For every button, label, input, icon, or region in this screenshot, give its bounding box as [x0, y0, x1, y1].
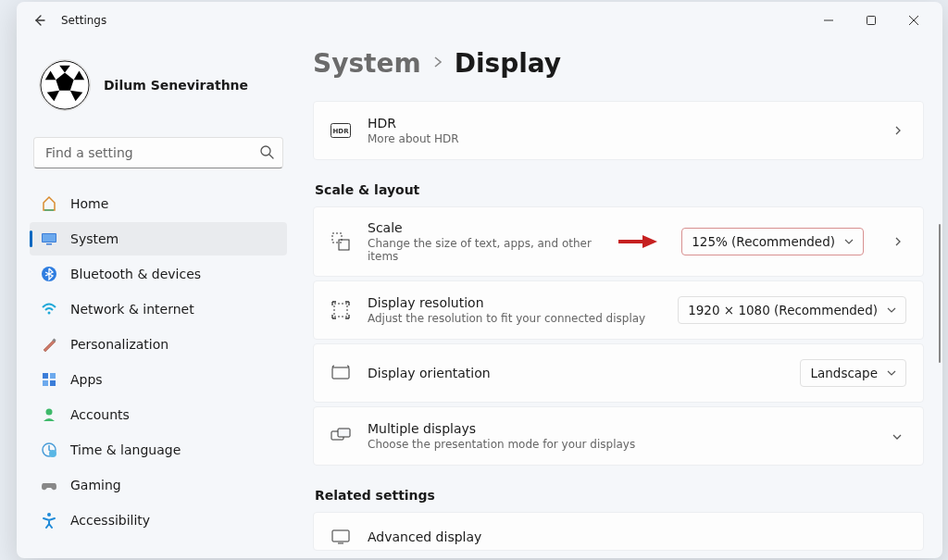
person-icon [41, 406, 57, 423]
section-related: Related settings [315, 488, 924, 503]
bluetooth-icon [41, 266, 57, 282]
svg-rect-10 [43, 234, 56, 242]
svg-rect-28 [332, 367, 349, 379]
breadcrumb-parent[interactable]: System [313, 48, 421, 79]
svg-point-22 [47, 513, 51, 516]
orientation-title: Display orientation [368, 366, 783, 380]
svg-rect-26 [339, 240, 349, 250]
maximize-button[interactable] [850, 6, 892, 35]
app-title: Settings [61, 14, 106, 27]
chevron-down-icon [887, 306, 896, 314]
sidebar-item-label: Home [70, 196, 108, 211]
sidebar-item-accounts[interactable]: Accounts [30, 398, 287, 431]
svg-rect-17 [43, 380, 48, 386]
scale-subtitle: Change the size of text, apps, and other… [368, 237, 600, 263]
sidebar-item-system[interactable]: System [30, 222, 287, 255]
scale-icon [331, 232, 351, 251]
multiple-title: Multiple displays [368, 421, 871, 436]
svg-rect-31 [332, 530, 349, 541]
display-icon [331, 529, 351, 544]
settings-window: Settings Dilum Senevirathne Home System [17, 2, 942, 558]
window-controls [807, 6, 935, 35]
wifi-icon [41, 301, 57, 317]
chevron-down-icon [888, 428, 906, 445]
red-arrow-annotation [617, 232, 659, 251]
orientation-value: Landscape [810, 366, 878, 380]
gamepad-icon [41, 477, 57, 493]
search-icon [259, 144, 274, 163]
maximize-icon [867, 16, 876, 25]
profile-name: Dilum Senevirathne [104, 78, 248, 93]
hdr-title: HDR [368, 116, 873, 131]
svg-rect-27 [334, 304, 347, 317]
orientation-icon [331, 365, 351, 381]
sidebar-item-accessibility[interactable]: Accessibility [30, 504, 287, 537]
titlebar: Settings [17, 2, 942, 39]
sidebar-item-label: Network & internet [70, 302, 194, 317]
search-input[interactable] [33, 137, 283, 168]
orientation-card: Display orientation Landscape [313, 343, 924, 403]
search-container [33, 137, 283, 168]
svg-rect-16 [50, 373, 56, 379]
system-icon [41, 230, 57, 247]
svg-point-21 [49, 450, 56, 457]
sidebar-item-label: Personalization [70, 337, 168, 352]
svg-rect-11 [46, 243, 52, 245]
sidebar-item-bluetooth[interactable]: Bluetooth & devices [30, 257, 287, 291]
sidebar: Dilum Senevirathne Home System Bluetooth… [17, 39, 291, 558]
sidebar-item-time[interactable]: Time & language [30, 433, 287, 467]
avatar [39, 59, 91, 111]
scale-title: Scale [368, 220, 600, 235]
chevron-right-icon [432, 55, 443, 72]
sidebar-item-network[interactable]: Network & internet [30, 292, 287, 326]
orientation-select[interactable]: Landscape [800, 359, 906, 387]
resolution-value: 1920 × 1080 (Recommended) [688, 303, 878, 317]
svg-rect-0 [867, 17, 876, 25]
svg-text:HDR: HDR [332, 128, 349, 135]
chevron-down-icon [887, 369, 896, 377]
close-button[interactable] [892, 6, 935, 35]
sidebar-item-label: Bluetooth & devices [70, 267, 201, 281]
back-arrow-icon [31, 13, 46, 28]
scale-value: 125% (Recommended) [692, 234, 835, 249]
profile-section[interactable]: Dilum Senevirathne [30, 39, 287, 137]
multiple-displays-icon [331, 428, 351, 444]
sidebar-item-apps[interactable]: Apps [30, 363, 287, 396]
sidebar-item-gaming[interactable]: Gaming [30, 468, 287, 502]
brush-icon [41, 336, 57, 353]
hdr-icon: HDR [331, 123, 351, 138]
advanced-display-card[interactable]: Advanced display [313, 512, 924, 551]
svg-point-19 [46, 409, 53, 416]
svg-point-8 [261, 146, 270, 156]
hdr-subtitle: More about HDR [368, 132, 873, 145]
minimize-icon [824, 16, 833, 25]
svg-rect-25 [332, 233, 342, 243]
resolution-select[interactable]: 1920 × 1080 (Recommended) [678, 296, 906, 324]
sidebar-item-personalization[interactable]: Personalization [30, 328, 287, 361]
apps-icon [41, 371, 57, 388]
scale-select[interactable]: 125% (Recommended) [681, 228, 864, 255]
resolution-icon [331, 301, 351, 319]
chevron-right-icon[interactable] [890, 233, 906, 251]
sidebar-item-label: Gaming [70, 478, 121, 492]
breadcrumb: System Display [313, 48, 924, 79]
sidebar-item-label: Time & language [70, 442, 181, 457]
resolution-subtitle: Adjust the resolution to fit your connec… [368, 312, 661, 325]
hdr-card[interactable]: HDR HDR More about HDR [313, 101, 924, 160]
resolution-card: Display resolution Adjust the resolution… [313, 280, 924, 340]
multiple-displays-card[interactable]: Multiple displays Choose the presentatio… [313, 406, 924, 466]
sidebar-item-home[interactable]: Home [30, 187, 287, 220]
home-icon [41, 195, 57, 212]
svg-point-13 [48, 312, 51, 315]
back-button[interactable] [24, 6, 54, 35]
svg-rect-15 [43, 373, 48, 379]
breadcrumb-current: Display [455, 48, 561, 79]
advanced-title: Advanced display [368, 529, 906, 544]
clock-globe-icon [41, 442, 57, 458]
scrollbar[interactable] [939, 224, 941, 363]
section-scale-layout: Scale & layout [315, 182, 924, 197]
minimize-button[interactable] [807, 6, 850, 35]
close-icon [909, 16, 918, 25]
sidebar-item-label: Apps [70, 372, 103, 387]
nav-list: Home System Bluetooth & devices Network … [30, 187, 287, 537]
